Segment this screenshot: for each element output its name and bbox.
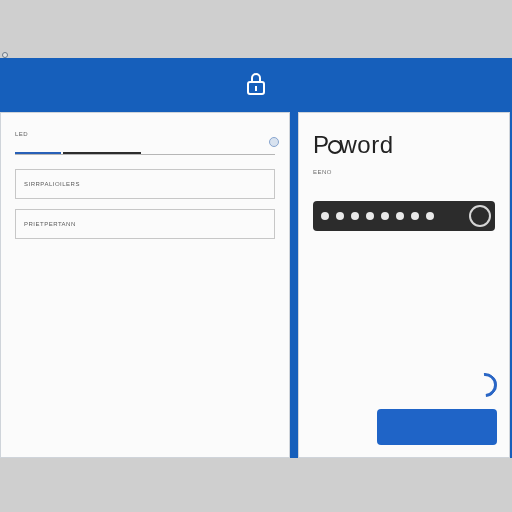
left-panel: LED SIRRPALIOILERS PRIETPERTANN: [0, 112, 290, 458]
field3-input[interactable]: PRIETPERTANN: [15, 209, 275, 239]
password-input[interactable]: [313, 201, 495, 231]
password-hint: EENO: [313, 169, 495, 175]
password-visibility-icon[interactable]: [469, 205, 491, 227]
field1-input[interactable]: [15, 141, 275, 155]
window-titlebar: [0, 58, 512, 112]
pw-dot: [321, 212, 329, 220]
svg-rect-1: [255, 86, 257, 91]
submit-button[interactable]: [377, 409, 497, 445]
lock-icon: [246, 70, 266, 100]
pw-dot: [336, 212, 344, 220]
pw-dot: [381, 212, 389, 220]
field1-label: LED: [15, 131, 275, 137]
pw-dot: [411, 212, 419, 220]
pw-dot: [366, 212, 374, 220]
login-window: LED SIRRPALIOILERS PRIETPERTANN Pword EE…: [0, 58, 512, 458]
pw-dot: [351, 212, 359, 220]
field3-label: PRIETPERTANN: [24, 221, 76, 227]
toggle-control[interactable]: [463, 373, 497, 399]
field2-label: SIRRPALIOILERS: [24, 181, 80, 187]
field2-input[interactable]: SIRRPALIOILERS: [15, 169, 275, 199]
window-body: LED SIRRPALIOILERS PRIETPERTANN Pword EE…: [0, 112, 512, 458]
field1-caret-dot: [269, 137, 279, 147]
pw-dot: [426, 212, 434, 220]
right-panel: Pword EENO: [298, 112, 510, 458]
pw-dot: [396, 212, 404, 220]
heading-prefix: P: [313, 131, 330, 158]
password-heading: Pword: [313, 131, 495, 159]
heading-suffix: word: [340, 131, 394, 158]
